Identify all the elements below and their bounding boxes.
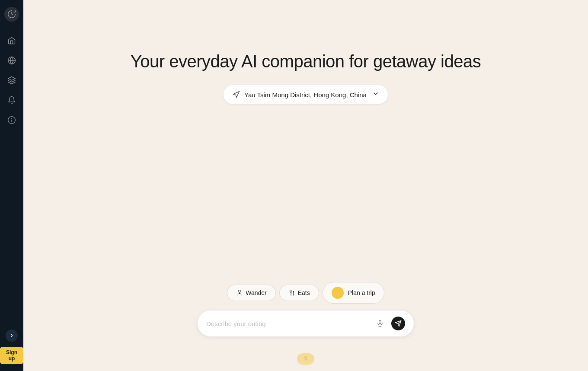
mic-button[interactable]	[374, 317, 386, 330]
logo-icon	[7, 10, 16, 19]
search-bar	[198, 311, 414, 336]
sidebar-item-layers[interactable]	[3, 72, 20, 89]
main-content: Your everyday AI companion for getaway i…	[23, 0, 588, 371]
app-logo[interactable]	[4, 7, 19, 22]
svg-marker-1	[8, 77, 16, 80]
tab-plan-trip[interactable]: Plan a trip	[323, 282, 384, 304]
bottom-illustration: $	[288, 345, 323, 371]
send-button[interactable]	[391, 317, 405, 330]
svg-point-6	[239, 291, 240, 292]
navigation-icon	[232, 91, 240, 98]
location-chevron	[372, 90, 379, 99]
eats-icon	[288, 289, 295, 296]
eats-label: Eats	[298, 289, 310, 296]
mic-icon	[376, 320, 384, 327]
sidebar-item-home[interactable]	[3, 32, 20, 49]
location-pill-left: Yau Tsim Mong District, Hong Kong, China	[232, 91, 367, 98]
layers-icon	[7, 76, 16, 85]
chevron-down-icon	[372, 90, 379, 97]
tab-wander[interactable]: Wander	[227, 285, 276, 301]
wander-icon	[236, 289, 243, 296]
signup-button[interactable]: Sign up	[0, 347, 23, 364]
svg-text:$: $	[304, 355, 307, 361]
location-text: Yau Tsim Mong District, Hong Kong, China	[244, 91, 367, 98]
plan-trip-dot	[332, 287, 344, 299]
sidebar-item-notifications[interactable]	[3, 92, 20, 109]
globe-icon	[7, 56, 16, 65]
svg-rect-11	[379, 320, 381, 324]
sidebar-expand-button[interactable]	[6, 330, 18, 342]
info-icon	[7, 116, 16, 124]
wander-label: Wander	[246, 289, 267, 296]
send-icon	[395, 320, 402, 327]
location-selector[interactable]: Yau Tsim Mong District, Hong Kong, China	[224, 85, 388, 104]
bell-icon	[7, 96, 16, 105]
sidebar-item-globe[interactable]	[3, 52, 20, 69]
hero-title: Your everyday AI companion for getaway i…	[131, 52, 481, 71]
tab-eats[interactable]: Eats	[279, 285, 319, 301]
sidebar-nav	[3, 32, 20, 330]
search-input[interactable]	[206, 320, 369, 327]
tabs-row: Wander Eats Plan a trip	[227, 282, 384, 304]
home-icon	[7, 36, 16, 45]
chevron-right-icon	[9, 333, 15, 339]
plan-trip-label: Plan a trip	[348, 289, 375, 296]
sidebar: Sign up	[0, 0, 23, 371]
svg-marker-5	[233, 92, 239, 98]
sidebar-item-info[interactable]	[3, 111, 20, 129]
bottom-area: Wander Eats Plan a trip	[23, 282, 588, 336]
